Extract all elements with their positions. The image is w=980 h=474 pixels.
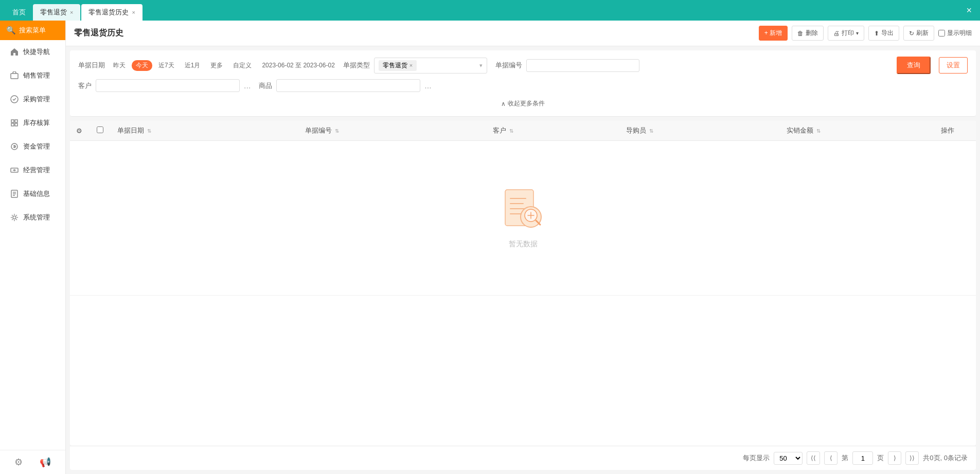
date-filter: 单据日期 昨天 今天 近7天 近1月 更多 自定义 2023-06-02 至 2…	[78, 60, 335, 71]
page-title: 零售退货历史	[74, 28, 123, 39]
collapse-button[interactable]: ∧ 收起更多条件	[495, 97, 551, 110]
doc-type-chevron-icon: ▾	[479, 62, 483, 69]
sidebar-item-system[interactable]: 系统管理	[0, 206, 65, 229]
th-doc-no[interactable]: 单据编号 ⇅	[299, 121, 487, 141]
main-content: 零售退货历史 + 新增 🗑 删除 🖨 打印 ▾ ⬆ 导出	[66, 21, 980, 474]
show-detail-checkbox[interactable]	[938, 30, 945, 37]
show-detail-checkbox-label[interactable]: 显示明细	[938, 29, 972, 38]
tab-retail-return-history-close[interactable]: ×	[132, 9, 135, 15]
date-btn-yesterday[interactable]: 昨天	[109, 60, 130, 71]
tab-home-label: 首页	[12, 8, 26, 17]
search-icon: 🔍	[6, 26, 16, 35]
sales-icon	[10, 71, 19, 80]
settings-bottom-icon[interactable]: ⚙	[14, 457, 23, 468]
goods-label: 商品	[259, 81, 272, 90]
th-actions: 操作	[935, 121, 976, 141]
sidebar-bottom: ⚙ 📢	[0, 450, 65, 474]
th-amount[interactable]: 实销金额 ⇅	[780, 121, 935, 141]
total-info: 共0页, 0条记录	[923, 453, 968, 463]
doc-type-tag-close[interactable]: ×	[409, 62, 413, 68]
empty-illustration	[500, 187, 546, 233]
per-page-select[interactable]: 50 10 20 100	[774, 452, 803, 465]
page-first-button[interactable]: ⟨⟨	[807, 451, 820, 465]
collapse-up-icon: ∧	[501, 100, 506, 107]
customer-input[interactable]	[96, 79, 240, 92]
goods-input[interactable]	[276, 79, 420, 92]
pagination-bar: 每页显示 50 10 20 100 ⟨⟨ ⟨ 第 页 ⟩ ⟩⟩ 共0页, 0条记…	[70, 446, 976, 470]
goods-dots[interactable]: ...	[424, 81, 431, 90]
sidebar: 🔍 搜索菜单 快捷导航 销售管理 采购管理 库存核算	[0, 21, 66, 474]
date-btn-today[interactable]: 今天	[132, 60, 152, 71]
tab-retail-return[interactable]: 零售退货 ×	[33, 4, 80, 21]
doc-date-sort-icon: ⇅	[147, 128, 151, 134]
select-all-checkbox[interactable]	[97, 126, 103, 133]
speaker-bottom-icon[interactable]: 📢	[40, 457, 51, 468]
sidebar-item-inventory-label: 库存核算	[23, 118, 50, 127]
th-customer-label: 客户	[493, 126, 506, 134]
date-btn-7days[interactable]: 近7天	[154, 60, 179, 71]
th-checkbox[interactable]	[91, 121, 111, 141]
delete-button[interactable]: 🗑 删除	[792, 26, 824, 41]
tab-retail-return-label: 零售退货	[40, 8, 67, 17]
svg-rect-3	[15, 120, 17, 122]
doc-type-select[interactable]: 零售退货 × ▾	[374, 58, 487, 74]
new-button[interactable]: + 新增	[759, 26, 788, 41]
tab-retail-return-history[interactable]: 零售退货历史 ×	[81, 4, 142, 21]
query-button[interactable]: 查询	[897, 57, 931, 74]
doc-type-tag: 零售退货 ×	[379, 60, 417, 71]
table-settings-icon[interactable]: ⚙	[76, 127, 82, 135]
settings-button[interactable]: 设置	[939, 57, 968, 74]
date-buttons: 昨天 今天 近7天 近1月 更多 自定义	[109, 60, 256, 71]
page-next-button[interactable]: ⟩	[888, 451, 901, 465]
empty-row: 暂无数据	[70, 141, 976, 296]
th-settings[interactable]: ⚙	[70, 121, 91, 141]
doc-no-input[interactable]	[526, 59, 639, 72]
refresh-button[interactable]: ↻ 刷新	[903, 26, 934, 41]
sidebar-item-sales-mgmt[interactable]: 销售管理	[0, 64, 65, 87]
customer-filter: 客户 ...	[78, 79, 251, 92]
sidebar-search[interactable]: 🔍 搜索菜单	[0, 21, 65, 40]
tab-home[interactable]: 首页	[5, 4, 33, 21]
svg-rect-5	[15, 123, 17, 126]
date-btn-more[interactable]: 更多	[206, 60, 227, 71]
print-button[interactable]: 🖨 打印 ▾	[828, 26, 864, 41]
customer-sort-icon: ⇅	[509, 128, 513, 134]
refresh-button-label: 刷新	[916, 29, 929, 38]
refresh-icon: ↻	[909, 30, 914, 37]
th-doc-no-label: 单据编号	[305, 126, 332, 134]
data-table: ⚙ 单据日期 ⇅ 单据编号 ⇅	[70, 121, 976, 296]
date-btn-1month[interactable]: 近1月	[181, 60, 205, 71]
svg-rect-4	[11, 123, 14, 126]
th-doc-date[interactable]: 单据日期 ⇅	[111, 121, 299, 141]
svg-rect-2	[11, 120, 14, 122]
basic-info-icon	[10, 189, 19, 198]
tab-retail-return-close[interactable]: ×	[70, 9, 73, 15]
sidebar-item-operations-label: 经营管理	[23, 166, 50, 175]
sidebar-item-inventory[interactable]: 库存核算	[0, 111, 65, 135]
sidebar-item-basic-info[interactable]: 基础信息	[0, 182, 65, 206]
filter-area: 单据日期 昨天 今天 近7天 近1月 更多 自定义 2023-06-02 至 2…	[70, 50, 976, 117]
th-customer[interactable]: 客户 ⇅	[487, 121, 620, 141]
sidebar-item-quick-nav-label: 快捷导航	[23, 47, 50, 57]
doc-no-sort-icon: ⇅	[335, 128, 339, 134]
page-actions: + 新增 🗑 删除 🖨 打印 ▾ ⬆ 导出 ↻ 刷新	[759, 26, 972, 41]
sidebar-item-purchase-mgmt[interactable]: 采购管理	[0, 87, 65, 111]
export-button[interactable]: ⬆ 导出	[868, 26, 899, 41]
filter-row-2: 客户 ... 商品 ...	[78, 79, 968, 92]
date-btn-custom[interactable]: 自定义	[229, 60, 256, 71]
th-guide[interactable]: 导购员 ⇅	[620, 121, 780, 141]
sidebar-item-operations[interactable]: 经营管理	[0, 158, 65, 182]
export-icon: ⬆	[874, 30, 879, 37]
svg-point-9	[13, 216, 16, 219]
page-number-input[interactable]	[852, 451, 873, 465]
date-filter-label: 单据日期	[78, 61, 105, 70]
window-close-button[interactable]: ×	[963, 5, 975, 16]
customer-dots[interactable]: ...	[244, 81, 251, 90]
table-body: 暂无数据	[70, 141, 976, 296]
sidebar-item-quick-nav[interactable]: 快捷导航	[0, 40, 65, 64]
page-last-button[interactable]: ⟩⟩	[905, 451, 919, 465]
sidebar-item-finance[interactable]: 资金管理	[0, 135, 65, 158]
print-chevron-icon: ▾	[856, 30, 859, 36]
page-header: 零售退货历史 + 新增 🗑 删除 🖨 打印 ▾ ⬆ 导出	[66, 21, 980, 46]
page-prev-button[interactable]: ⟨	[824, 451, 838, 465]
